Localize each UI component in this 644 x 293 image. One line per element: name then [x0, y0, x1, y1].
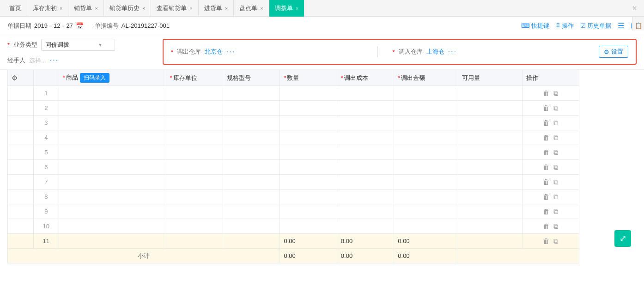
row-amount-cell[interactable]	[394, 175, 458, 189]
row-cost-cell[interactable]	[337, 130, 394, 145]
expand-fab-button[interactable]: ⤢	[614, 230, 631, 247]
row-cost-cell[interactable]	[337, 175, 394, 189]
row-cost-cell[interactable]	[337, 189, 394, 204]
tab-sales-history[interactable]: 销货单历史 ×	[104, 0, 151, 17]
out-wh-more-btn[interactable]: ···	[226, 48, 235, 56]
row-cost-cell[interactable]	[337, 219, 394, 234]
row-spec-cell[interactable]	[223, 204, 279, 219]
row-unit-cell[interactable]	[166, 175, 223, 189]
biz-type-select[interactable]: 同价调拨 ▾	[41, 39, 115, 51]
row-unit-cell[interactable]	[166, 130, 223, 145]
table-settings-icon[interactable]: ⚙	[8, 70, 34, 86]
row-product-cell[interactable]	[59, 101, 166, 116]
row-cost-cell[interactable]	[337, 145, 394, 160]
row-amount-cell[interactable]	[394, 204, 458, 219]
delete-row-icon[interactable]: 🗑	[543, 163, 550, 171]
delete-icon[interactable]: 🗑	[543, 237, 550, 245]
window-close-button[interactable]: ×	[629, 4, 640, 12]
row-spec-cell[interactable]	[223, 130, 279, 145]
row-cost-cell[interactable]	[337, 86, 394, 101]
panel-doc-btn[interactable]: 📋	[633, 20, 644, 31]
copy-icon[interactable]: ⧉	[553, 237, 559, 245]
row-product-cell[interactable]	[59, 130, 166, 145]
row-product-cell[interactable]	[59, 116, 166, 130]
close-tab-view-sales[interactable]: ×	[189, 6, 192, 11]
delete-row-icon[interactable]: 🗑	[543, 208, 550, 215]
row-unit-cell[interactable]	[166, 204, 223, 219]
row-qty-cell[interactable]	[280, 204, 337, 219]
row-amount-cell[interactable]	[394, 86, 458, 101]
delete-row-icon[interactable]: 🗑	[543, 148, 550, 156]
row-cost-cell[interactable]	[337, 116, 394, 130]
row-spec-cell[interactable]	[223, 160, 279, 175]
close-tab-transfer[interactable]: ×	[296, 6, 298, 11]
row-product-cell[interactable]	[59, 204, 166, 219]
tab-purchase[interactable]: 进货单 ×	[199, 0, 234, 17]
out-wh-value[interactable]: 北京仓	[205, 48, 223, 56]
delete-row-icon[interactable]: 🗑	[543, 222, 550, 230]
row-unit-cell[interactable]	[166, 160, 223, 175]
row-amount-cell[interactable]	[394, 219, 458, 234]
row-product-cell[interactable]	[59, 189, 166, 204]
tab-sales[interactable]: 销货单 ×	[68, 0, 103, 17]
row-spec-cell[interactable]	[223, 116, 279, 130]
close-tab-stocktake[interactable]: ×	[260, 6, 263, 11]
copy-row-icon[interactable]: ⧉	[553, 104, 559, 112]
close-tab-purchase[interactable]: ×	[225, 6, 228, 11]
row-unit-cell[interactable]	[166, 101, 223, 116]
delete-row-icon[interactable]: 🗑	[543, 193, 550, 201]
copy-row-icon[interactable]: ⧉	[553, 208, 559, 216]
row-amount-cell[interactable]	[394, 160, 458, 175]
copy-row-icon[interactable]: ⧉	[553, 178, 559, 186]
row-amount-cell[interactable]	[394, 116, 458, 130]
row-qty-cell[interactable]	[280, 175, 337, 189]
row-product-cell[interactable]	[59, 86, 166, 101]
tab-inventory-init[interactable]: 库存期初 ×	[27, 0, 68, 17]
row-amount-cell[interactable]	[394, 130, 458, 145]
copy-row-icon[interactable]: ⧉	[553, 163, 559, 171]
row-qty-cell[interactable]	[280, 116, 337, 130]
row-qty-cell[interactable]	[280, 86, 337, 101]
row-unit-cell[interactable]	[166, 86, 223, 101]
row-spec-cell[interactable]	[223, 101, 279, 116]
row-product-cell[interactable]	[59, 175, 166, 189]
row-amount-cell[interactable]	[394, 189, 458, 204]
operations-btn[interactable]: ⠿ 操作	[556, 22, 574, 30]
row-unit-cell[interactable]	[166, 219, 223, 234]
close-tab-sales[interactable]: ×	[95, 6, 97, 11]
row-amount-cell[interactable]	[394, 101, 458, 116]
copy-row-icon[interactable]: ⧉	[553, 193, 559, 201]
row-unit-cell[interactable]	[166, 116, 223, 130]
row-spec-cell[interactable]	[223, 219, 279, 234]
row-qty-cell[interactable]	[280, 101, 337, 116]
row-cost-cell[interactable]	[337, 204, 394, 219]
tab-transfer[interactable]: 调拨单 ×	[269, 0, 304, 17]
row-spec-cell[interactable]	[223, 175, 279, 189]
copy-row-icon[interactable]: ⧉	[553, 222, 559, 231]
layout-icon-list[interactable]: ☰	[618, 21, 624, 30]
delete-row-icon[interactable]: 🗑	[543, 89, 550, 97]
row-unit-cell[interactable]	[166, 189, 223, 204]
row-amount-cell[interactable]	[394, 145, 458, 160]
tab-home[interactable]: 首页	[4, 0, 27, 17]
tab-stocktake[interactable]: 盘点单 ×	[234, 0, 269, 17]
close-tab-sales-history[interactable]: ×	[142, 6, 145, 11]
row-product-cell[interactable]	[59, 219, 166, 234]
row-spec-cell[interactable]	[223, 189, 279, 204]
row-qty-cell[interactable]	[280, 130, 337, 145]
copy-row-icon[interactable]: ⧉	[553, 134, 559, 142]
delete-row-icon[interactable]: 🗑	[543, 134, 550, 141]
copy-row-icon[interactable]: ⧉	[553, 119, 559, 127]
history-btn[interactable]: ☑ 历史单据	[580, 22, 611, 30]
delete-row-icon[interactable]: 🗑	[543, 104, 550, 112]
row-cost-cell[interactable]	[337, 160, 394, 175]
copy-row-icon[interactable]: ⧉	[553, 148, 559, 157]
person-more-btn[interactable]: ···	[50, 56, 59, 65]
row-qty-cell[interactable]	[280, 160, 337, 175]
row-unit-cell[interactable]	[166, 145, 223, 160]
close-tab-inventory-init[interactable]: ×	[60, 6, 62, 11]
scan-input-btn[interactable]: 扫码录入	[80, 73, 109, 83]
in-wh-value[interactable]: 上海仓	[426, 48, 444, 56]
row-spec-cell[interactable]	[223, 86, 279, 101]
delete-row-icon[interactable]: 🗑	[543, 178, 550, 186]
